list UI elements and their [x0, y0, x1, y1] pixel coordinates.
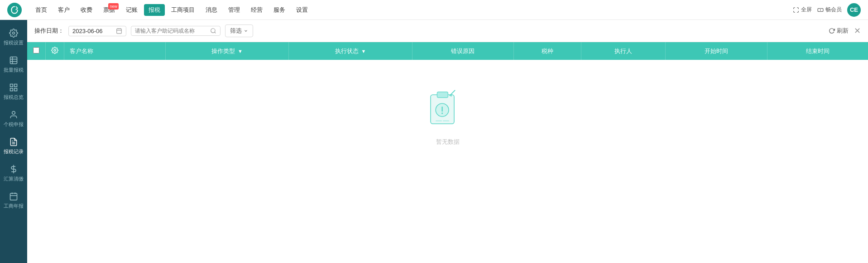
refresh-label: 刷新 [837, 27, 849, 35]
search-icon[interactable] [210, 28, 216, 34]
fullscreen-button[interactable]: 全屏 [793, 6, 812, 14]
th-executor: 执行人 [581, 42, 665, 60]
toolbar-right: 刷新 ✕ [829, 27, 861, 35]
member-button[interactable]: 畅会员 [817, 6, 842, 14]
sidebar-item-报税总览[interactable]: 报税总览 [0, 78, 27, 105]
svg-point-6 [12, 112, 15, 115]
svg-rect-14 [117, 29, 122, 34]
empty-clipboard-icon [425, 87, 461, 128]
refresh-icon [829, 28, 835, 34]
th-start-time: 开始时间 [666, 42, 767, 60]
toolbar: 操作日期： 筛选 [27, 20, 868, 42]
date-picker[interactable] [68, 26, 126, 36]
sidebar-item-label: 报税设置 [4, 39, 24, 46]
sidebar-item-label: 报税记录 [4, 148, 24, 155]
nav-items: 首页客户收费票据new记账报税工商项目消息管理经营服务设置 [31, 4, 793, 16]
nav-right: 全屏 畅会员 CE [793, 3, 861, 17]
empty-icon-wrap [425, 87, 470, 132]
settings-icon [9, 28, 19, 38]
th-error-reason: 错误原因 [412, 42, 513, 60]
chevron-down-icon [244, 29, 248, 33]
date-input[interactable] [72, 28, 113, 34]
overview-icon [9, 83, 19, 93]
svg-point-24 [441, 112, 443, 114]
sidebar-item-报税设置[interactable]: 报税设置 [0, 24, 27, 51]
top-nav: 首页客户收费票据new记账报税工商项目消息管理经营服务设置 全屏 畅会员 CE [0, 0, 868, 20]
table-wrap: 客户名称 操作类型 ▼ 执行状态 ▼ 错误原因 税种 执行人 开始时间 结束时间 [27, 42, 868, 263]
nav-item-消息[interactable]: 消息 [201, 4, 222, 16]
empty-text: 暂无数据 [436, 138, 460, 146]
sort-icon-operation: ▼ [238, 49, 243, 54]
date-label: 操作日期： [34, 27, 64, 35]
svg-rect-2 [10, 57, 17, 64]
nav-item-工商项目[interactable]: 工商项目 [167, 4, 199, 16]
svg-point-18 [211, 29, 215, 33]
sidebar-item-label: 工商年报 [4, 203, 24, 209]
sidebar: 报税设置批量报税报税总览个税申报报税记录汇算清缴工商年报 [0, 20, 27, 263]
nav-item-管理[interactable]: 管理 [224, 4, 245, 16]
record-icon [9, 137, 19, 147]
sidebar-item-报税记录[interactable]: 报税记录 [0, 132, 27, 160]
sidebar-item-label: 汇算清缴 [4, 175, 24, 182]
svg-rect-21 [437, 92, 448, 98]
batch-icon [9, 55, 19, 65]
th-checkbox[interactable] [27, 42, 45, 60]
empty-state: 暂无数据 [27, 60, 868, 173]
th-customer-name: 客户名称 [64, 42, 165, 60]
refresh-button[interactable]: 刷新 [829, 27, 849, 35]
fullscreen-label: 全屏 [801, 6, 812, 14]
nav-item-记账[interactable]: 记账 [121, 4, 142, 16]
svg-point-19 [54, 49, 56, 51]
nav-item-首页[interactable]: 首页 [31, 4, 52, 16]
nav-item-收费[interactable]: 收费 [76, 4, 97, 16]
logo[interactable] [7, 3, 22, 17]
filter-label: 筛选 [230, 27, 242, 35]
sidebar-item-工商年报[interactable]: 工商年报 [0, 187, 27, 214]
th-end-time: 结束时间 [767, 42, 868, 60]
sidebar-item-label: 批量报税 [4, 67, 24, 73]
nav-item-服务[interactable]: 服务 [269, 4, 290, 16]
search-input[interactable] [135, 28, 207, 34]
svg-point-1 [13, 32, 15, 34]
annual-icon [9, 191, 19, 201]
avatar[interactable]: CE [847, 3, 861, 17]
sidebar-item-label: 个税申报 [4, 121, 24, 128]
select-all-checkbox[interactable] [33, 47, 39, 54]
settlement-icon [9, 164, 19, 174]
svg-rect-10 [10, 193, 17, 200]
filter-button[interactable]: 筛选 [225, 24, 253, 37]
search-wrap [131, 26, 221, 36]
nav-item-客户[interactable]: 客户 [53, 4, 74, 16]
personal-icon [9, 110, 19, 120]
data-table: 客户名称 操作类型 ▼ 执行状态 ▼ 错误原因 税种 执行人 开始时间 结束时间 [27, 42, 868, 173]
th-tax-type: 税种 [514, 42, 581, 60]
nav-item-报税[interactable]: 报税 [144, 4, 165, 16]
th-gear[interactable] [45, 42, 64, 60]
nav-item-设置[interactable]: 设置 [292, 4, 312, 16]
empty-state-row: 暂无数据 [27, 60, 868, 173]
nav-item-经营[interactable]: 经营 [246, 4, 267, 16]
th-exec-status[interactable]: 执行状态 ▼ [289, 42, 412, 60]
calendar-icon [116, 28, 122, 34]
sort-icon-status: ▼ [361, 49, 366, 54]
sidebar-item-汇算清缴[interactable]: 汇算清缴 [0, 160, 27, 187]
sidebar-item-label: 报税总览 [4, 94, 24, 101]
table-header-row: 客户名称 操作类型 ▼ 执行状态 ▼ 错误原因 税种 执行人 开始时间 结束时间 [27, 42, 868, 60]
th-operation-type[interactable]: 操作类型 ▼ [165, 42, 288, 60]
gear-icon [51, 47, 58, 54]
sidebar-item-个税申报[interactable]: 个税申报 [0, 105, 27, 132]
close-button[interactable]: ✕ [854, 27, 861, 35]
main-layout: 报税设置批量报税报税总览个税申报报税记录汇算清缴工商年报 操作日期： [0, 20, 868, 263]
sidebar-item-批量报税[interactable]: 批量报税 [0, 51, 27, 78]
nav-item-票据[interactable]: 票据new [99, 4, 120, 16]
member-label: 畅会员 [825, 6, 842, 14]
content-area: 操作日期： 筛选 [27, 20, 868, 263]
